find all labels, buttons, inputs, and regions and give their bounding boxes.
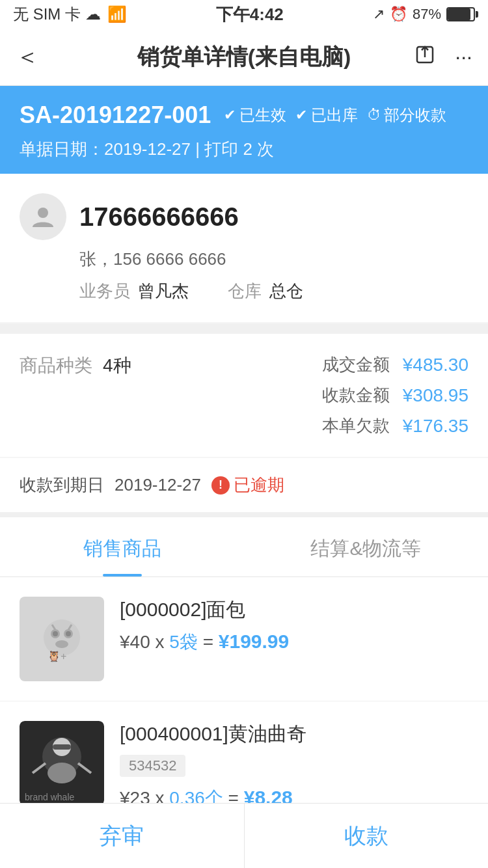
overdue-icon: ! [211, 476, 230, 495]
sim-label: 无 SIM 卡 ☁ [13, 4, 101, 25]
wifi-icon: 📶 [107, 5, 127, 23]
product-price-1: ¥40 x 5袋 = ¥199.99 [120, 630, 468, 655]
battery-icon [446, 7, 475, 21]
svg-point-5 [53, 631, 58, 636]
clock-icon: ⏱ [367, 107, 381, 124]
overdue-text: 已逾期 [234, 474, 284, 496]
product-info-1: [0000002]面包 ¥40 x 5袋 = ¥199.99 [120, 597, 468, 655]
order-id: SA-20191227-001 [20, 102, 211, 129]
due-label: 收款到期日 [20, 474, 104, 496]
qty-highlight-1: 5袋 [169, 632, 198, 652]
customer-name: 17666666666 [79, 202, 239, 232]
status-time: 下午4:42 [216, 3, 284, 26]
bottom-bar: 弃审 收款 [0, 803, 488, 868]
svg-point-13 [47, 763, 76, 783]
due-date: 2019-12-27 [115, 475, 201, 495]
salesperson-label: 业务员 [79, 280, 130, 303]
owed-label: 本单欠款 [322, 414, 390, 437]
svg-rect-12 [53, 744, 71, 750]
meta-warehouse: 仓库 总仓 [228, 280, 303, 303]
nav-bar: ＜ 销货单详情(来自电脑) ··· [0, 29, 488, 86]
more-icon[interactable]: ··· [455, 45, 472, 69]
status-badges: ✔ 已生效 ✔ 已出库 ⏱ 部分收款 [224, 105, 446, 126]
customer-meta: 业务员 曾凡杰 仓库 总仓 [79, 280, 468, 303]
due-section: 收款到期日 2019-12-27 ! 已逾期 [0, 458, 488, 517]
warehouse-label: 仓库 [228, 280, 262, 303]
collect-payment-button[interactable]: 收款 [245, 804, 489, 868]
stat-received: 收款金额 ¥308.95 [322, 384, 468, 407]
abandon-review-button[interactable]: 弃审 [0, 804, 245, 868]
meta-salesperson: 业务员 曾凡杰 [79, 280, 189, 303]
product-img-1: 🦉+ [20, 597, 104, 681]
stats-right: 成交金额 ¥485.30 收款金额 ¥308.95 本单欠款 ¥176.35 [322, 353, 468, 437]
customer-sub: 张，156 6666 6666 [79, 248, 468, 271]
deal-amount: ¥485.30 [403, 355, 468, 375]
type-value: 4种 [103, 353, 131, 378]
total-1: ¥199.99 [219, 631, 289, 652]
banner-top: SA-20191227-001 ✔ 已生效 ✔ 已出库 ⏱ 部分收款 [20, 102, 468, 129]
nav-right-actions: ··· [414, 44, 472, 70]
stats-left: 商品种类 4种 [20, 353, 131, 378]
customer-row: 17666666666 [20, 193, 468, 240]
share-icon[interactable] [414, 44, 435, 70]
svg-text:brand whale: brand whale [25, 792, 74, 802]
salesperson-value: 曾凡杰 [138, 280, 189, 303]
back-button[interactable]: ＜ [9, 34, 46, 79]
customer-section: 17666666666 张，156 6666 6666 业务员 曾凡杰 仓库 总… [0, 174, 488, 322]
product-name-1: [0000002]面包 [120, 597, 468, 623]
status-left: 无 SIM 卡 ☁ 📶 [13, 4, 127, 25]
received-amount: ¥308.95 [403, 385, 468, 406]
received-label: 收款金额 [322, 384, 390, 407]
check-icon-2: ✔ [295, 107, 307, 124]
badge-shipped: ✔ 已出库 [295, 105, 358, 126]
svg-point-6 [66, 631, 71, 636]
nav-title: 销货单详情(来自电脑) [137, 42, 351, 72]
warehouse-value: 总仓 [269, 280, 303, 303]
tabs: 销售商品 结算&物流等 [0, 517, 488, 577]
product-img-placeholder-1: 🦉+ [20, 597, 104, 681]
badge-effective: ✔ 已生效 [224, 105, 286, 126]
product-name-2: [000400001]黄油曲奇 [120, 721, 468, 748]
banner-sub: 单据日期：2019-12-27 | 打印 2 次 [20, 138, 468, 161]
overdue-badge: ! 已逾期 [211, 474, 284, 496]
stat-type: 商品种类 4种 [20, 353, 131, 378]
check-icon-1: ✔ [224, 107, 236, 124]
stat-owed: 本单欠款 ¥176.35 [322, 414, 468, 437]
type-label: 商品种类 [20, 353, 92, 378]
avatar [20, 193, 66, 240]
svg-point-1 [38, 208, 48, 218]
badge-partial: ⏱ 部分收款 [367, 105, 446, 126]
battery-percent: 87% [413, 6, 441, 23]
product-info-2: [000400001]黄油曲奇 534532 ¥23 x 0.36个 = ¥8.… [120, 721, 468, 811]
tab-products[interactable]: 销售商品 [0, 517, 244, 576]
product-item-1: 🦉+ [0000002]面包 ¥40 x 5袋 = ¥199.99 [0, 577, 488, 701]
product-list: 🦉+ [0000002]面包 ¥40 x 5袋 = ¥199.99 [0, 577, 488, 831]
alarm-icon: ⏰ [390, 6, 407, 23]
product-tag-2: 534532 [120, 755, 185, 777]
svg-point-7 [55, 640, 68, 648]
product-id-2: [000400001] [120, 723, 228, 744]
header-banner: SA-20191227-001 ✔ 已生效 ✔ 已出库 ⏱ 部分收款 单据日期：… [0, 86, 488, 174]
section-separator-1 [0, 323, 488, 334]
product-id-1: [0000002] [120, 599, 206, 620]
stat-deal: 成交金额 ¥485.30 [322, 353, 468, 376]
svg-text:🦉+: 🦉+ [47, 650, 66, 662]
stats-section: 商品种类 4种 成交金额 ¥485.30 收款金额 ¥308.95 本单欠款 ¥… [0, 334, 488, 457]
status-right: ↗ ⏰ 87% [373, 6, 475, 23]
tab-settlement[interactable]: 结算&物流等 [244, 517, 488, 576]
location-icon: ↗ [373, 6, 385, 23]
owed-amount: ¥176.35 [403, 416, 468, 437]
status-bar: 无 SIM 卡 ☁ 📶 下午4:42 ↗ ⏰ 87% [0, 0, 488, 29]
product-img-2: brand whale [20, 721, 104, 806]
deal-label: 成交金额 [322, 353, 390, 376]
